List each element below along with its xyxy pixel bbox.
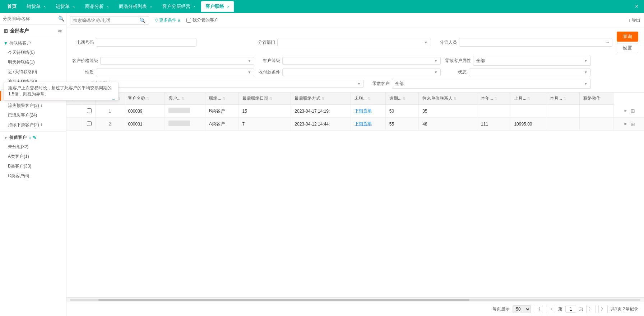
close-contact-icon[interactable]: × — [227, 4, 229, 9]
sidebar-item-7days[interactable]: 近7天待联络(0) — [0, 67, 66, 77]
customers-table: ⚙ 客户编码 ⇅ 客户名称 ⇅ — [66, 93, 644, 131]
window-close-button[interactable]: × — [632, 3, 641, 10]
filter-phone-input[interactable] — [96, 38, 196, 47]
sidebar-item-churn-warning[interactable]: 流失预警客户(3) ℹ — [0, 101, 66, 110]
col-overdue-header[interactable]: 逾期... ⇅ — [385, 93, 419, 105]
sidebar-item-class-a[interactable]: A类客户(1) — [0, 152, 66, 161]
row2-overdue: 48 — [419, 118, 477, 131]
sidebar-collapse-icon[interactable]: ≪ — [57, 28, 62, 34]
prev-page-btn[interactable]: 〈 — [546, 305, 555, 313]
query-button[interactable]: 查询 — [617, 32, 638, 42]
col-last-month-header[interactable]: 上月... ⇅ — [510, 93, 546, 105]
page-input[interactable] — [565, 306, 576, 313]
row1-unread: 50 — [385, 105, 419, 118]
sidebar-search-icon[interactable]: 🔍 — [58, 16, 64, 22]
nav-sales[interactable]: 销货单 × — [22, 1, 50, 12]
page-size-select[interactable]: 50 100 200 — [513, 305, 531, 313]
row2-last-contact-date: 2023-04-12 14:44: — [291, 118, 351, 131]
sidebar-all-customers[interactable]: ⊞ 全部客户 ≪ — [0, 25, 66, 37]
row2-seq: 2 — [96, 118, 124, 131]
nav-home[interactable]: 首页 — [3, 1, 21, 12]
row2-unread: 55 — [385, 118, 419, 131]
toolbar-search-input[interactable] — [73, 18, 138, 23]
row1-overdue: 35 — [419, 105, 477, 118]
filter-customer-type-select[interactable]: ▼ — [110, 80, 364, 88]
col-customer-name-header[interactable]: 客户名称 ⇅ — [124, 93, 165, 105]
row1-customer-code: 000039 — [124, 105, 165, 118]
edit-value-icon[interactable]: ○ — [29, 135, 31, 140]
col-company-contact-header[interactable]: 往来单位联系人 ⇅ — [419, 93, 477, 105]
row1-this-month — [579, 105, 614, 118]
scroll-thumb[interactable] — [98, 299, 469, 301]
my-customers-checkbox-label[interactable]: 我分管的客户 — [186, 17, 218, 23]
row2-link-icon[interactable]: ⚭ — [623, 121, 627, 127]
nav-analysis-list[interactable]: 商品分析列表 × — [115, 1, 156, 12]
row1-link-icon[interactable]: ⚭ — [623, 108, 627, 114]
sidebar-item-ungrouped[interactable]: 未分组(32) — [0, 142, 66, 152]
chevron-down-icon9: ▼ — [584, 82, 588, 86]
scroll-track[interactable] — [70, 299, 640, 301]
filter-retail-attr-select[interactable]: 全部 ▼ — [473, 56, 591, 66]
close-analysis-list-icon[interactable]: × — [150, 4, 152, 9]
close-sales-icon[interactable]: × — [43, 4, 46, 9]
sort-name-icon: ⇅ — [146, 96, 149, 100]
sidebar-item-today[interactable]: 今天待联络(0) — [0, 48, 66, 57]
sidebar-item-class-b[interactable]: B类客户(33) — [0, 161, 66, 171]
filter-branch-dept-select[interactable]: ▼ — [277, 39, 431, 46]
filter-retail-customer-select[interactable]: 全部 ▼ — [392, 79, 591, 89]
sidebar-group-title-waiting[interactable]: ▼ 待联络客户 — [0, 39, 66, 48]
col-last-contact-method-header[interactable]: 最后联络方式 ⇅ — [291, 93, 351, 105]
filter-gender-select[interactable]: ▼ — [96, 69, 254, 76]
add-value-icon[interactable]: ✎ — [33, 135, 36, 140]
next-page-btn[interactable]: 〉 — [586, 305, 596, 313]
filter-retail-attr: 零散客户属性 全部 ▼ — [445, 56, 591, 66]
sidebar-search-input[interactable] — [3, 16, 57, 21]
setting-button[interactable]: 设置 — [617, 43, 638, 53]
col-contact-count-header[interactable]: 联络... ⇅ — [205, 93, 239, 105]
nav-customer-segment[interactable]: 客户分层经营 × — [158, 1, 200, 12]
nav-purchase[interactable]: 进货单 × — [51, 1, 79, 12]
export-button[interactable]: ↑ 导出 — [628, 17, 640, 23]
my-customers-checkbox[interactable] — [186, 18, 191, 23]
sidebar-group-title-value[interactable]: ▼ 价值客户 ○ ✎ — [0, 133, 66, 142]
row1-checkbox[interactable] — [83, 105, 96, 118]
row1-checkbox-input[interactable] — [87, 108, 92, 113]
sort-company-icon: ⇅ — [454, 96, 457, 100]
col-this-month-header[interactable]: 本月... ⇅ — [546, 93, 580, 105]
filter-customer-level-select[interactable]: ▼ — [282, 57, 441, 65]
close-analysis-icon[interactable]: × — [107, 4, 109, 9]
row1-grid-icon[interactable]: ⊞ — [631, 108, 635, 114]
filter-status-select[interactable]: ▼ — [469, 69, 591, 76]
filter-more-btn[interactable]: ▽ 更多条件 ∧ — [152, 16, 184, 25]
table-footer: 每页显示 50 100 200 《 〈 第 页 〉 》 共1页 2条记录 — [66, 302, 644, 316]
filter-price-level-select[interactable]: ▼ — [100, 57, 254, 65]
col-unread-header[interactable]: 未联... ⇅ — [351, 93, 386, 105]
sort-unread-icon: ⇅ — [368, 96, 371, 100]
close-segment-icon[interactable]: × — [193, 4, 195, 9]
filter-payment-select[interactable]: ▼ — [282, 69, 441, 76]
last-page-btn[interactable]: 》 — [598, 305, 608, 313]
row2-checkbox[interactable] — [83, 118, 96, 131]
row1-last-contact-method[interactable]: 下销货单 — [351, 105, 386, 118]
col-this-year-header[interactable]: 本年... ⇅ — [477, 93, 510, 105]
sidebar-item-class-c[interactable]: C类客户(6) — [0, 171, 66, 181]
row1-customer-type: B类客户 — [205, 105, 239, 118]
row2-checkbox-input[interactable] — [87, 121, 92, 126]
col-last-contact-date-header[interactable]: 最后联络日期 ⇅ — [238, 93, 291, 105]
sidebar-item-tomorrow[interactable]: 明天待联络(1) — [0, 57, 66, 67]
row2-last-contact-method[interactable]: 下销货单 — [351, 118, 386, 131]
row2-customer-type: A类客户 — [205, 118, 239, 131]
row2-grid-icon[interactable]: ⊞ — [631, 121, 635, 127]
sidebar-item-declining[interactable]: 持续下滑客户(2) ℹ — [0, 120, 66, 130]
toolbar-search-icon[interactable]: 🔍 — [139, 18, 145, 23]
col-customer-type-header[interactable]: 客户... ⇅ — [165, 93, 205, 105]
table-scroll-bar[interactable] — [66, 297, 644, 302]
nav-customer-contact[interactable]: 客户联络 × — [201, 1, 233, 12]
nav-analysis[interactable]: 商品分析 × — [81, 1, 113, 12]
sidebar-item-churned[interactable]: 已流失客户(24) — [0, 110, 66, 120]
row2-name-blur — [168, 121, 190, 126]
filter-customer-type: 客户类型 ▼ — [86, 80, 364, 88]
close-purchase-icon[interactable]: × — [73, 4, 75, 9]
first-page-btn[interactable]: 《 — [534, 305, 543, 313]
filter-branch-person-select[interactable]: ··· — [459, 38, 612, 47]
